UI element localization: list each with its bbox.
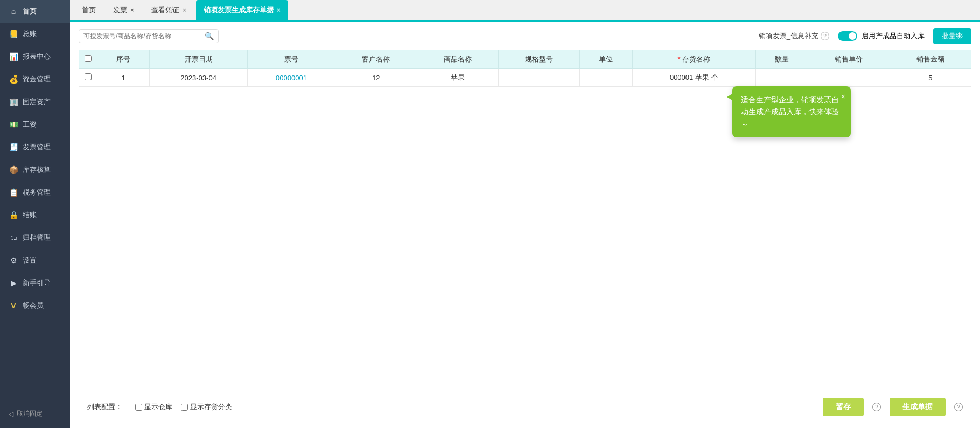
sidebar-item-vip[interactable]: V 畅会员 [0,294,70,317]
closing-icon: 🔒 [9,211,18,219]
invoice-number-link[interactable]: 00000001 [276,74,307,82]
sidebar-item-label: 总账 [23,29,37,39]
th-unit: 单位 [580,50,632,69]
tab-home[interactable]: 首页 [74,0,103,20]
sidebar-bottom: ◁ 取消固定 [0,399,70,428]
funds-icon: 💰 [9,75,18,84]
guide-icon: ▶ [9,279,18,287]
tooltip-text: 适合生产型企业，销项发票自动生成产成品入库，快来体验～ [741,95,839,128]
select-all-checkbox[interactable] [85,55,92,62]
sidebar-item-label: 设置 [23,256,37,265]
th-customer: 客户名称 [335,50,417,69]
tab-invoice-close[interactable]: × [130,6,134,14]
salary-icon: 💵 [9,120,18,129]
ledger-icon: 📒 [9,30,18,38]
cell-customer: 12 [335,69,417,87]
th-unit-price: 销售单价 [808,50,890,69]
th-qty: 数量 [755,50,808,69]
toolbar-right: 销项发票_信息补充 ? 启用产成品自动入库 批量绑 [759,28,971,44]
th-stock-name: * 存货名称 [632,50,755,69]
sidebar-item-label: 资金管理 [23,74,51,84]
th-select [79,50,97,69]
sidebar-item-archive[interactable]: 🗂 归档管理 [0,226,70,249]
tab-voucher-close[interactable]: × [183,6,186,14]
batch-button[interactable]: 批量绑 [933,28,971,44]
cell-select[interactable] [79,69,97,87]
tooltip-popup: × 适合生产型企业，销项发票自动生成产成品入库，快来体验～ [732,86,851,137]
show-category-label: 显示存货分类 [190,402,232,412]
vip-icon: V [9,301,18,310]
info-label: 销项发票_信息补充 ? [759,31,829,41]
tab-create-store-close[interactable]: × [277,6,281,14]
save-help-icon[interactable]: ? [872,403,881,411]
search-box[interactable]: 🔍 [79,29,219,43]
info-help-icon[interactable]: ? [821,32,829,40]
cell-product: 苹果 [417,69,498,87]
sidebar-item-label: 归档管理 [23,233,51,243]
sidebar-item-guide[interactable]: ▶ 新手引导 [0,272,70,294]
tab-invoice-label: 发票 [113,5,127,15]
cell-qty [755,69,808,87]
sidebar-item-reports[interactable]: 📊 报表中心 [0,45,70,68]
inventory-icon: 📦 [9,165,18,174]
tab-create-store[interactable]: 销项发票生成库存单据 × [196,0,288,20]
cell-number[interactable]: 00000001 [247,69,335,87]
th-seq: 序号 [97,50,150,69]
cell-stock-name[interactable]: 000001 苹果 个 [632,69,755,87]
sidebar: ⌂ 首页 📒 总账 📊 报表中心 💰 资金管理 🏢 固定资产 💵 工资 🧾 发票… [0,0,70,428]
sidebar-item-label: 畅会员 [23,301,44,310]
sidebar-item-label: 库存核算 [23,165,51,175]
sidebar-item-label: 报表中心 [23,52,51,61]
generate-help-icon[interactable]: ? [954,403,963,411]
row-checkbox[interactable] [85,73,92,80]
cell-unit-price [808,69,890,87]
show-category-checkbox[interactable] [181,404,188,411]
cell-date: 2023-03-04 [150,69,247,87]
save-button[interactable]: 暂存 [823,398,864,416]
unpin-label: 取消固定 [17,409,43,418]
sidebar-item-home[interactable]: ⌂ 首页 [0,0,70,23]
search-input[interactable] [83,32,201,40]
tooltip-close-button[interactable]: × [841,91,845,102]
data-table: 序号 开票日期 票号 客户名称 商品名称 规格型号 单位 * 存货名称 数量 销… [79,50,971,87]
sidebar-item-funds[interactable]: 💰 资金管理 [0,68,70,91]
generate-button[interactable]: 生成单据 [890,398,946,416]
th-model: 规格型号 [498,50,579,69]
show-warehouse-checkbox[interactable] [135,404,142,411]
sidebar-item-inventory[interactable]: 📦 库存核算 [0,158,70,181]
sidebar-item-closing[interactable]: 🔒 结账 [0,204,70,226]
table-header-row: 序号 开票日期 票号 客户名称 商品名称 规格型号 单位 * 存货名称 数量 销… [79,50,971,69]
sidebar-item-salary[interactable]: 💵 工资 [0,113,70,136]
auto-warehouse-toggle[interactable] [838,31,857,41]
tax-icon: 📋 [9,188,18,197]
home-icon: ⌂ [9,7,18,16]
cell-seq: 1 [97,69,150,87]
tab-voucher[interactable]: 查看凭证 × [144,0,194,20]
sidebar-item-invoice[interactable]: 🧾 发票管理 [0,136,70,158]
sidebar-item-settings[interactable]: ⚙ 设置 [0,249,70,272]
sidebar-item-label: 结账 [23,210,37,220]
sidebar-item-label: 新手引导 [23,278,51,288]
search-icon[interactable]: 🔍 [205,32,214,40]
toggle-label: 启用产成品自动入库 [862,31,925,41]
show-warehouse-check[interactable]: 显示仓库 [135,402,172,412]
tab-home-label: 首页 [82,5,96,15]
th-amount: 销售金额 [890,50,971,69]
tab-invoice[interactable]: 发票 × [106,0,142,20]
th-product: 商品名称 [417,50,498,69]
tab-create-store-label: 销项发票生成库存单据 [204,5,274,15]
unpin-button[interactable]: ◁ 取消固定 [0,404,70,424]
sidebar-item-label: 工资 [23,120,37,129]
sidebar-item-ledger[interactable]: 📒 总账 [0,23,70,45]
show-category-check[interactable]: 显示存货分类 [181,402,232,412]
info-label-text: 销项发票_信息补充 [759,31,818,41]
main-area: 首页 发票 × 查看凭证 × 销项发票生成库存单据 × 🔍 销项发票_信息补充 [70,0,980,428]
reports-icon: 📊 [9,52,18,61]
unpin-icon: ◁ [9,410,13,418]
sidebar-item-assets[interactable]: 🏢 固定资产 [0,91,70,113]
sidebar-item-tax[interactable]: 📋 税务管理 [0,181,70,204]
show-warehouse-label: 显示仓库 [144,402,172,412]
cell-unit [580,69,632,87]
assets-icon: 🏢 [9,98,18,106]
th-date: 开票日期 [150,50,247,69]
